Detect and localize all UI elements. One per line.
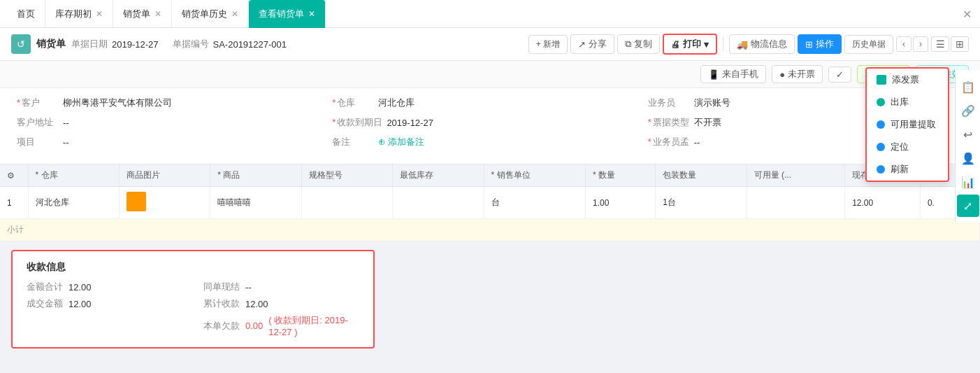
sidebar-doc-icon[interactable]: 📋 [957,76,979,98]
sidebar-back-icon[interactable]: ↩ [957,123,979,146]
cumulative-payment-row: 累计收款 12.00 [203,297,359,310]
tab-sales-order[interactable]: 销货单 ✕ [113,0,172,28]
outbound-item[interactable]: 出库 [867,91,948,113]
row-sales-unit-cell: 台 [484,187,586,219]
doc-date-field: 单据日期 2019-12-27 [71,38,159,50]
row-stock-cell: 12.00 [845,187,921,219]
form-row-3: 项目 -- 备注 ⊕ 添加备注 *业务员孟 -- [17,136,963,148]
customer-address-field: 客户地址 -- [17,116,332,129]
doc-title-area: ↺ 销货单 单据日期 2019-12-27 单据编号 SA-20191227-0… [11,34,517,54]
prev-record-button[interactable]: ‹ [896,36,911,52]
new-button[interactable]: + 新增 [528,35,568,54]
add-remark-button[interactable]: ⊕ 添加备注 [378,136,647,148]
payment-info-grid: 金额合计 12.00 同单现结 -- 成交金额 12.00 累计收款 12.00… [27,281,359,337]
view-toggle: ☰ ⊞ [931,36,969,52]
payment-due-field: *收款到期日 2019-12-27 [332,116,647,129]
outbound-icon [877,98,885,106]
copy-icon: ⧉ [625,38,631,50]
dropdown-arrow-icon: ▾ [704,39,709,50]
form-row-1: *客户 柳州粤港平安气体有限公司 *仓库 河北仓库 业务员 演示账号 [17,97,963,109]
remark-field: 备注 ⊕ 添加备注 [332,136,647,148]
warehouse-col-header: * 仓库 [28,164,119,187]
circle-icon: ● [779,69,785,80]
row-pack-qty-cell: 1台 [656,187,747,219]
close-tab-sales[interactable]: ✕ [154,9,161,19]
locate-item[interactable]: 定位 [867,136,948,158]
list-view-button[interactable]: ☰ [931,36,949,52]
sidebar-link-icon[interactable]: 🔗 [957,99,979,122]
status-row: 📱 来自手机 ● 未开票 ✓ ✔ 已核销 ✔ 已生效 [0,61,980,88]
form-area: *客户 柳州粤港平安气体有限公司 *仓库 河北仓库 业务员 演示账号 客户地址 … [0,88,980,164]
doc-number-field: 单据编号 SA-20191227-001 [173,38,287,50]
tab-inventory-init[interactable]: 库存期初 ✕ [45,0,113,28]
share-icon: ↗ [578,39,586,50]
row-quantity-cell: 1.00 [586,187,656,219]
print-icon: 🖨 [671,39,680,50]
doc-type-icon: ↺ [11,34,31,54]
settings-col-header: ⚙ [0,164,28,187]
doc-meta: 单据日期 2019-12-27 单据编号 SA-20191227-001 [71,38,287,50]
row-min-stock-cell [393,187,484,219]
tab-view-sales[interactable]: 查看销货单 ✕ [249,0,326,28]
available-qty-item[interactable]: 可用量提取 [867,113,948,136]
grid-view-button[interactable]: ⊞ [951,36,969,52]
share-button[interactable]: ↗ 分享 [570,34,614,54]
next-record-button[interactable]: › [913,36,928,52]
invoice-status-button[interactable]: ● 未开票 [772,65,823,83]
sidebar-chart-icon[interactable]: 📊 [957,171,979,193]
operations-dropdown: 添发票 出库 可用量提取 定位 刷新 [865,67,949,182]
available-col-header: 可用量 (... [747,164,845,187]
row-available-cell [747,187,845,219]
window-close-button[interactable]: ✕ [963,7,972,20]
close-tab-history[interactable]: ✕ [231,9,238,19]
product-col-header: * 商品 [210,164,301,187]
row-num-cell: 1 [0,187,28,219]
payment-info-title: 收款信息 [27,261,359,274]
row-warehouse-cell: 河北仓库 [28,187,119,219]
from-phone-button[interactable]: 📱 来自手机 [700,65,766,83]
subtotal-label-cell: 小计 [0,219,980,241]
qty-icon [877,120,885,129]
nav-arrows: ‹ › [896,36,928,52]
refresh-item[interactable]: 刷新 [867,158,948,181]
transaction-amount-row: 成交金额 12.00 [27,297,182,310]
products-table: ⚙ * 仓库 商品图片 * 商品 规格型号 最低库存 * 销售单位 * 数量 包… [0,164,980,241]
pack-qty-col-header: 包装数量 [656,164,747,187]
print-button[interactable]: 🖨 打印 ▾ [663,34,717,55]
quantity-col-header: * 数量 [586,164,656,187]
form-row-2: 客户地址 -- *收款到期日 2019-12-27 *票据类型 不开票 [17,116,963,129]
verify-icon-btn[interactable]: ✓ [828,66,851,83]
operations-button[interactable]: ⊞ 操作 [798,34,842,54]
row-image-cell [119,187,210,219]
tab-home[interactable]: 首页 [6,0,45,28]
row-product-cell: 嘻嘻嘻嘻 [210,187,301,219]
toolbar: + 新增 ↗ 分享 ⧉ 复制 🖨 打印 ▾ 🚚 物流信息 ⊞ 操作 历史单据 ‹… [528,34,969,55]
project-field: 项目 -- [17,136,332,148]
check-icon: ✓ [836,69,844,80]
toolbar-separator [723,37,723,51]
product-thumbnail [127,192,146,211]
payment-info-box: 收款信息 金额合计 12.00 同单现结 -- 成交金额 12.00 累计收款 … [11,250,375,349]
close-tab-inventory[interactable]: ✕ [96,9,103,19]
phone-icon: 📱 [708,69,719,80]
doc-type-label: 销货单 [36,38,66,50]
invoice-icon [877,75,886,85]
min-stock-col-header: 最低库存 [393,164,484,187]
sidebar-user-icon[interactable]: 👤 [957,147,979,169]
truck-icon: 🚚 [737,39,748,50]
customer-field: *客户 柳州粤港平安气体有限公司 [17,97,332,109]
spec-col-header: 规格型号 [301,164,392,187]
history-button[interactable]: 历史单据 [844,35,893,54]
copy-button[interactable]: ⧉ 复制 [617,34,660,54]
add-invoice-item[interactable]: 添发票 [867,69,948,91]
total-amount-row: 金额合计 12.00 [27,281,182,293]
tab-sales-history[interactable]: 销货单历史 ✕ [172,0,249,28]
table-row: 1 河北仓库 嘻嘻嘻嘻 台 1.00 1台 12.00 0. [0,187,980,219]
same-order-settle-row: 同单现结 -- [203,281,359,293]
table-header-row: ⚙ * 仓库 商品图片 * 商品 规格型号 最低库存 * 销售单位 * 数量 包… [0,164,980,187]
logistics-button[interactable]: 🚚 物流信息 [729,34,795,54]
warehouse-field: *仓库 河北仓库 [332,97,647,109]
row-spec-cell [301,187,392,219]
close-tab-view[interactable]: ✕ [308,9,315,19]
sidebar-expand-icon[interactable]: ⤢ [957,195,979,217]
